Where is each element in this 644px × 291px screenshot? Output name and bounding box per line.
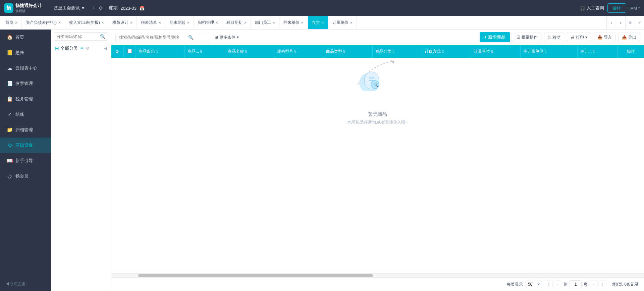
unpin-btn[interactable]: ◀取消固定 [0, 277, 51, 291]
tab-contact[interactable]: 往来单位 ✕ [279, 16, 308, 30]
tab-prev-btn[interactable]: ‹ [606, 16, 616, 30]
tab-close-tax[interactable]: ✕ [158, 21, 161, 25]
page-next-btn[interactable]: › [590, 280, 598, 288]
tax-icon: 📋 [7, 96, 13, 102]
select-all-checkbox[interactable] [127, 49, 132, 53]
col-checkbox[interactable] [123, 45, 136, 58]
tab-archive[interactable]: 归档管理 ✕ [194, 16, 222, 30]
tab-period-close[interactable]: 期末结转 ✕ [165, 16, 194, 30]
sidebar-item-invoice[interactable]: 🧾 发票管理 [0, 76, 51, 91]
add-product-btn[interactable]: + 新增商品 [480, 32, 510, 42]
tab-close-unit[interactable]: ✕ [350, 21, 353, 25]
sort-icon-main-code: ⇅ [592, 50, 595, 53]
iam-label: iAM * [630, 6, 640, 11]
add-tab-btn[interactable]: + [92, 5, 95, 11]
tab-close-subject[interactable]: ✕ [244, 21, 247, 25]
export-btn[interactable]: 📤 导出 [618, 33, 640, 42]
col-category[interactable]: 商品分类⇅ [373, 45, 422, 58]
tab-close-contact[interactable]: ✕ [301, 21, 304, 25]
col-price-method[interactable]: 计价方式⇅ [422, 45, 471, 58]
search-icon: 🔍 [188, 35, 194, 40]
tab-balance[interactable]: 资产负债表(中期) ✕ [22, 16, 65, 30]
tab-home[interactable]: 首页 ✕ [1, 16, 22, 30]
empty-state-text: 暂无商品 您可以选择新增,或者直接导入哦~ [341, 91, 414, 145]
col-unit[interactable]: 计量单位⇅ [471, 45, 520, 58]
product-search-input[interactable] [119, 35, 186, 40]
category-search-input[interactable] [57, 34, 99, 39]
period-label: 账期 [109, 5, 118, 11]
sidebar-item-close[interactable]: ✓ 结账 [0, 107, 51, 122]
tab-close-income[interactable]: ✕ [101, 21, 104, 25]
sidebar-item-member[interactable]: ◇ 畅会员 [0, 168, 51, 184]
col-name[interactable]: 商品名称⇅ [225, 45, 274, 58]
sidebar-item-guide[interactable]: 📖 新手引导 [0, 153, 51, 168]
sidebar-item-settings[interactable]: ⚙ 基础设置 [0, 138, 51, 153]
tab-expand-btn[interactable]: ⤢ [635, 16, 644, 30]
page-size-select[interactable]: 20 50 100 [526, 281, 542, 288]
tab-subject[interactable]: 科目期初 ✕ [222, 16, 251, 30]
horizontal-scrollbar[interactable] [111, 273, 644, 277]
tab-close-home[interactable]: ✕ [15, 21, 17, 25]
service-btn[interactable]: 🎧 人工咨询 [580, 5, 604, 11]
edit-category-icon[interactable]: ✏ [80, 46, 84, 51]
sidebar-label-ledger: 总账 [15, 50, 24, 56]
category-label: 全部分类 [60, 45, 78, 51]
empty-subtitle: 您可以选择新增,或者直接导入哦~ [348, 119, 408, 125]
import-btn[interactable]: 📥 导入 [594, 33, 615, 42]
page-last-btn[interactable]: ⟫ [598, 280, 606, 288]
calendar-icon[interactable]: 📅 [139, 6, 145, 11]
tab-close-template[interactable]: ✕ [130, 21, 132, 25]
batch-ops-btn[interactable]: ☑ 批量操作 [513, 33, 541, 42]
sidebar-item-home[interactable]: 🏠 首页 [0, 30, 51, 45]
company-selector[interactable]: 基层工会测试 ▼ [51, 4, 88, 12]
sidebar-item-reports[interactable]: ☁ 云报表中心 [0, 60, 51, 76]
col-main-code[interactable]: 主计...⇅ [577, 45, 617, 58]
tab-inventory[interactable]: 存货 ✕ [308, 16, 328, 30]
col-code[interactable]: 商品...⇅ [185, 45, 225, 58]
sidebar-item-ledger[interactable]: 📒 总账 [0, 45, 51, 60]
collapse-panel-btn[interactable]: ◀ [104, 46, 107, 51]
sidebar-label-member: 畅会员 [15, 173, 29, 179]
scrollbar-thumb[interactable] [138, 274, 373, 277]
check-icon: ✓ [7, 111, 13, 117]
category-search-box[interactable]: 🔍 [54, 32, 108, 41]
tab-close-dept[interactable]: ✕ [272, 21, 275, 25]
tab-close-balance[interactable]: ✕ [58, 21, 61, 25]
print-btn[interactable]: 🖨 打印 ▾ [567, 33, 591, 42]
settings-icon[interactable]: ⚙ [99, 5, 103, 11]
tab-unit[interactable]: 计量单位 ✕ [328, 16, 357, 30]
tab-template[interactable]: 模版设计 ✕ [108, 16, 137, 30]
tab-next-btn[interactable]: › [616, 16, 625, 30]
sidebar-label-settings: 基础设置 [15, 142, 33, 148]
page-first-btn[interactable]: ⟪ [545, 280, 553, 288]
page-input[interactable] [570, 280, 582, 288]
category-all[interactable]: ⊞ 全部分类 ✏ ⚙ ◀ [54, 43, 108, 53]
ledger-icon: 📒 [7, 50, 13, 56]
page-prev-btn[interactable]: ‹ [553, 280, 561, 288]
move-btn[interactable]: ⇅ 移动 [544, 33, 564, 42]
tab-close-inventory[interactable]: ✕ [321, 21, 324, 25]
sidebar-item-archive[interactable]: 📁 归档管理 [0, 122, 51, 138]
sidebar-label-reports: 云报表中心 [15, 65, 37, 71]
sort-icon-unit: ⇅ [491, 50, 493, 53]
tab-close-archive[interactable]: ✕ [215, 21, 218, 25]
dropdown-icon: ▼ [81, 6, 85, 10]
account-btn[interactable]: 会计 [607, 3, 626, 13]
filter-btn[interactable]: ⊞ 更多条件 ▾ [212, 33, 241, 42]
col-settings[interactable]: ⚙ [111, 45, 123, 58]
tab-income[interactable]: 收入支出表(年报) ✕ [65, 16, 108, 30]
sidebar-item-tax[interactable]: 📋 税务管理 [0, 91, 51, 107]
tab-close-period[interactable]: ✕ [187, 21, 190, 25]
tab-tax[interactable]: 税表清单 ✕ [137, 16, 165, 30]
tab-dept[interactable]: 部门员工 ✕ [251, 16, 279, 30]
col-type[interactable]: 商品类型⇅ [323, 45, 373, 58]
tab-close-all-btn[interactable]: ✕ [625, 16, 635, 30]
sort-icon-type: ⇅ [343, 50, 345, 53]
product-search-bar[interactable]: 🔍 [115, 33, 209, 42]
col-main-unit[interactable]: 主计量单位⇅ [520, 45, 577, 58]
col-barcode[interactable]: 商品条码⇅ [136, 45, 185, 58]
tab-label: 税表清单 [141, 20, 157, 26]
settings-category-icon[interactable]: ⚙ [86, 46, 90, 51]
col-spec[interactable]: 规格型号⇅ [274, 45, 323, 58]
period-info: 账期 2023-03 📅 [109, 5, 145, 11]
